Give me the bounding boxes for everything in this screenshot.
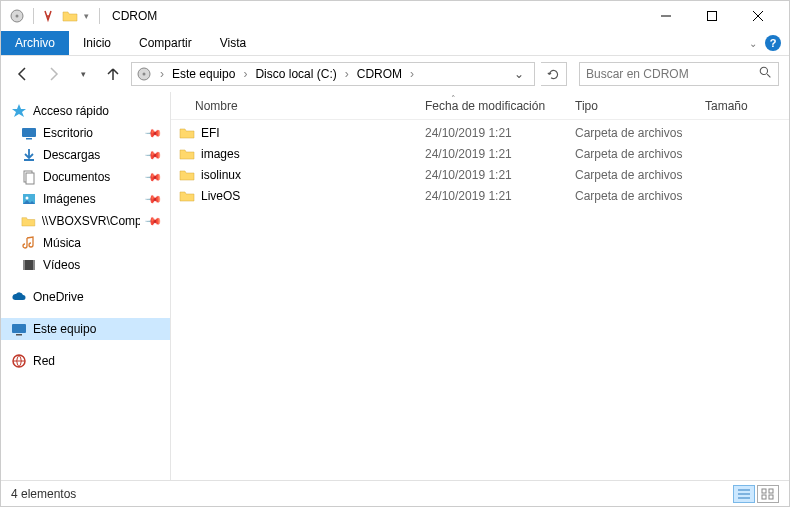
sidebar-item-vboxsvr[interactable]: \\VBOXSVR\Compa 📌 [1, 210, 170, 232]
address-bar[interactable]: › Este equipo › Disco local (C:) › CDROM… [131, 62, 535, 86]
title-bar: ▾ CDROM [1, 1, 789, 31]
svg-line-9 [767, 74, 770, 77]
svg-rect-29 [769, 495, 773, 499]
search-placeholder: Buscar en CDROM [586, 67, 759, 81]
ribbon: Archivo Inicio Compartir Vista ⌄ ? [1, 31, 789, 56]
file-type: Carpeta de archivos [575, 126, 705, 140]
help-icon[interactable]: ? [765, 35, 781, 51]
sidebar-network[interactable]: Red [1, 350, 170, 372]
file-list: ˄ Nombre Fecha de modificación Tipo Tama… [171, 92, 789, 480]
file-type: Carpeta de archivos [575, 147, 705, 161]
separator [99, 8, 100, 24]
file-type: Carpeta de archivos [575, 168, 705, 182]
up-button[interactable] [101, 62, 125, 86]
drive-icon [136, 66, 152, 82]
desktop-icon [21, 125, 37, 141]
recent-button[interactable]: ▾ [71, 62, 95, 86]
sidebar-item-documents[interactable]: Documentos 📌 [1, 166, 170, 188]
file-row[interactable]: isolinux24/10/2019 1:21Carpeta de archiv… [171, 164, 789, 185]
view-details-button[interactable] [733, 485, 755, 503]
sidebar-item-downloads[interactable]: Descargas 📌 [1, 144, 170, 166]
file-name: isolinux [201, 168, 425, 182]
sidebar-onedrive[interactable]: OneDrive [1, 286, 170, 308]
chevron-right-icon[interactable]: › [158, 67, 166, 81]
file-date: 24/10/2019 1:21 [425, 168, 575, 182]
close-button[interactable] [735, 1, 781, 31]
music-icon [21, 235, 37, 251]
pin-icon: 📌 [143, 211, 162, 230]
tab-home[interactable]: Inicio [69, 31, 125, 55]
file-name: LiveOS [201, 189, 425, 203]
view-icons-button[interactable] [757, 485, 779, 503]
chevron-right-icon[interactable]: › [408, 67, 416, 81]
folder-icon [179, 146, 195, 162]
tab-view[interactable]: Vista [206, 31, 260, 55]
file-date: 24/10/2019 1:21 [425, 189, 575, 203]
refresh-button[interactable] [541, 62, 567, 86]
svg-rect-19 [12, 324, 26, 333]
maximize-button[interactable] [689, 1, 735, 31]
status-bar: 4 elementos [1, 480, 789, 506]
column-headers: Nombre Fecha de modificación Tipo Tamaño [171, 92, 789, 120]
column-size[interactable]: Tamaño [705, 99, 789, 113]
pictures-icon [21, 191, 37, 207]
file-row[interactable]: EFI24/10/2019 1:21Carpeta de archivos [171, 122, 789, 143]
folder-qat-icon[interactable] [62, 8, 78, 24]
nav-row: ▾ › Este equipo › Disco local (C:) › CDR… [1, 56, 789, 92]
svg-rect-28 [762, 495, 766, 499]
file-row[interactable]: LiveOS24/10/2019 1:21Carpeta de archivos [171, 185, 789, 206]
folder-icon [179, 188, 195, 204]
sidebar-item-videos[interactable]: Vídeos [1, 254, 170, 276]
pc-icon [11, 321, 27, 337]
star-icon [11, 103, 27, 119]
file-date: 24/10/2019 1:21 [425, 126, 575, 140]
svg-rect-11 [26, 138, 32, 140]
column-name[interactable]: Nombre [195, 99, 425, 113]
column-date[interactable]: Fecha de modificación [425, 99, 575, 113]
sidebar-this-pc[interactable]: Este equipo [1, 318, 170, 340]
svg-rect-13 [26, 173, 34, 184]
svg-rect-3 [708, 12, 717, 21]
minimize-button[interactable] [643, 1, 689, 31]
folder-icon [179, 167, 195, 183]
svg-rect-26 [762, 489, 766, 493]
file-row[interactable]: images24/10/2019 1:21Carpeta de archivos [171, 143, 789, 164]
videos-icon [21, 257, 37, 273]
item-count: 4 elementos [11, 487, 76, 501]
tab-file[interactable]: Archivo [1, 31, 69, 55]
svg-rect-27 [769, 489, 773, 493]
svg-point-7 [143, 73, 146, 76]
address-dropdown-icon[interactable]: ⌄ [508, 67, 530, 81]
search-input[interactable]: Buscar en CDROM [579, 62, 779, 86]
sidebar-item-music[interactable]: Música [1, 232, 170, 254]
chevron-right-icon[interactable]: › [343, 67, 351, 81]
tab-share[interactable]: Compartir [125, 31, 206, 55]
file-date: 24/10/2019 1:21 [425, 147, 575, 161]
properties-qat-icon[interactable] [42, 8, 58, 24]
sidebar-item-desktop[interactable]: Escritorio 📌 [1, 122, 170, 144]
folder-icon [21, 213, 36, 229]
downloads-icon [21, 147, 37, 163]
forward-button[interactable] [41, 62, 65, 86]
qat-dropdown-icon[interactable]: ▾ [82, 11, 91, 21]
breadcrumb-segment[interactable]: Este equipo [168, 63, 239, 85]
network-icon [11, 353, 27, 369]
sidebar-quick-access[interactable]: Acceso rápido [1, 100, 170, 122]
back-button[interactable] [11, 62, 35, 86]
breadcrumb-segment[interactable]: Disco local (C:) [251, 63, 340, 85]
search-icon [759, 66, 772, 82]
file-name: images [201, 147, 425, 161]
separator [33, 8, 34, 24]
breadcrumb-segment[interactable]: CDROM [353, 63, 406, 85]
ribbon-expand-icon[interactable]: ⌄ [749, 38, 757, 49]
svg-point-8 [760, 67, 767, 74]
chevron-right-icon[interactable]: › [241, 67, 249, 81]
window-title: CDROM [112, 9, 157, 23]
file-type: Carpeta de archivos [575, 189, 705, 203]
svg-point-1 [16, 15, 19, 18]
sidebar-item-pictures[interactable]: Imágenes 📌 [1, 188, 170, 210]
sort-indicator-icon: ˄ [451, 94, 456, 104]
column-type[interactable]: Tipo [575, 99, 705, 113]
drive-icon [9, 8, 25, 24]
navigation-pane: Acceso rápido Escritorio 📌 Descargas 📌 D… [1, 92, 171, 480]
